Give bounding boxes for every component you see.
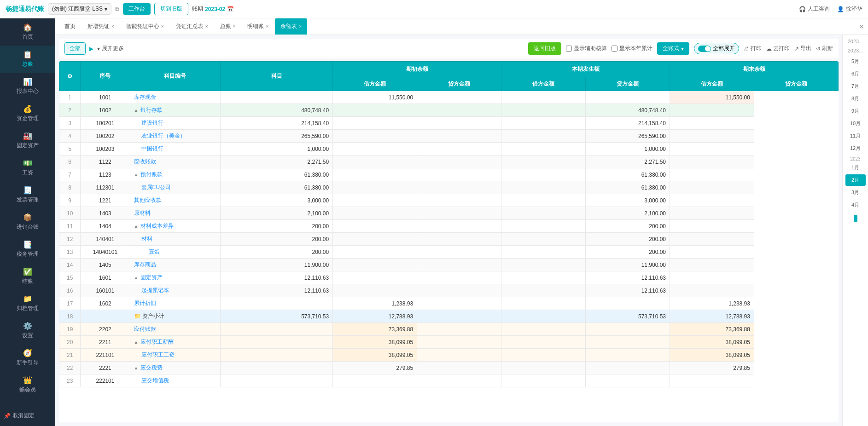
sidebar-item-invoice[interactable]: 🧾 发票管理: [0, 181, 55, 208]
month-8[interactable]: 8月: [845, 93, 866, 104]
row-subject[interactable]: 原材料: [130, 207, 221, 220]
row-subject[interactable]: ▲ 应交税费: [130, 362, 221, 374]
tab-new-voucher-close[interactable]: ×: [111, 24, 114, 29]
row-subject[interactable]: 起提累记本: [130, 284, 221, 297]
sidebar-item-reports[interactable]: 📊 报表中心: [0, 73, 55, 100]
expand-icon[interactable]: ▲: [134, 224, 140, 229]
month-1[interactable]: 1月: [845, 162, 866, 173]
subject-link[interactable]: 材料成本差异: [140, 223, 174, 229]
balance-table-wrapper[interactable]: ⚙ 序号 科目编号 科目 期初余额 本期发生额 期末余额 借方金额 贷方金额: [59, 61, 839, 422]
tab-general-ledger-close[interactable]: ×: [233, 24, 236, 29]
export-button[interactable]: ↗ 导出: [794, 45, 811, 52]
subject-link[interactable]: 库存现金: [134, 94, 156, 100]
sidebar-item-ledger[interactable]: 📋 总账: [0, 46, 55, 73]
row-subject[interactable]: 累计折旧: [130, 297, 221, 310]
tab-voucher-summary[interactable]: 凭证汇总表 ×: [170, 18, 214, 35]
filter-arrow-icon[interactable]: ▶: [89, 46, 93, 52]
row-subject[interactable]: 其他应收款: [130, 194, 221, 207]
row-subject[interactable]: ▲ 预付账款: [130, 168, 221, 181]
subject-link[interactable]: 农业银行（美金）: [141, 132, 186, 139]
subject-link[interactable]: 起提累记本: [141, 287, 169, 294]
expand-icon[interactable]: ▲: [134, 365, 140, 370]
subject-link[interactable]: 嘉属EU公司: [141, 184, 171, 190]
subject-link[interactable]: 银行存款: [140, 107, 163, 113]
show-annual-checkbox[interactable]: 显示本年累计: [612, 45, 652, 52]
month-12[interactable]: 12月: [845, 143, 866, 154]
tab-balance[interactable]: 余额表 ×: [275, 18, 307, 35]
sidebar-item-member[interactable]: 👑 畅会员: [0, 371, 55, 398]
expand-icon[interactable]: ▲: [134, 172, 140, 177]
subject-link[interactable]: 预付账款: [140, 171, 163, 178]
row-subject[interactable]: 嘉属EU公司: [130, 181, 221, 194]
expand-icon[interactable]: ▲: [134, 275, 140, 280]
row-subject[interactable]: ▲ 材料成本差异: [130, 220, 221, 233]
subject-link[interactable]: 应交增值税: [141, 377, 169, 384]
subject-link[interactable]: 壹蛋: [149, 248, 160, 255]
subject-link[interactable]: 应付账款: [134, 326, 156, 332]
show-auxiliary-checkbox[interactable]: 显示辅助核算: [566, 45, 607, 52]
auxiliary-checkbox-input[interactable]: [566, 46, 572, 52]
sidebar-item-assets[interactable]: 🏭 固定资产: [0, 127, 55, 154]
tab-balance-close[interactable]: ×: [299, 24, 302, 29]
sidebar-item-archive[interactable]: 📁 归档管理: [0, 290, 55, 317]
unpin-button[interactable]: 📌 取消固定: [0, 409, 55, 422]
subject-link[interactable]: 中国银行: [141, 145, 163, 152]
row-subject[interactable]: 材料: [130, 233, 221, 246]
subject-link[interactable]: 固定资产: [140, 274, 163, 281]
expand-more-button[interactable]: ▾ 展开更多: [97, 45, 124, 52]
row-subject[interactable]: 建设银行: [130, 117, 221, 130]
sidebar-item-guide[interactable]: 🧭 新手引导: [0, 344, 55, 371]
format-button[interactable]: 全账式 ▾: [657, 42, 689, 55]
cloud-print-button[interactable]: ☁ 云打印: [766, 45, 790, 52]
row-subject[interactable]: 应收账款: [130, 155, 221, 168]
user-avatar[interactable]: 👤 徐泽华: [837, 5, 862, 13]
tab-voucher-summary-close[interactable]: ×: [205, 24, 208, 29]
company-selector[interactable]: (勿删) 江西股堂-LSS ▾: [48, 3, 111, 15]
workbench-button[interactable]: 工作台: [123, 3, 151, 15]
switch-version-button[interactable]: 切到旧版: [154, 3, 188, 15]
tab-home[interactable]: 首页: [59, 18, 81, 35]
subject-link[interactable]: 库存商品: [134, 261, 156, 268]
sidebar-item-tax[interactable]: 📑 税务管理: [0, 236, 55, 263]
annual-checkbox-input[interactable]: [612, 46, 618, 52]
settings-header[interactable]: ⚙: [59, 62, 81, 91]
calendar-icon[interactable]: 📅: [227, 6, 234, 12]
month-4[interactable]: 4月: [845, 199, 866, 211]
sidebar-item-settings[interactable]: ⚙️ 设置: [0, 317, 55, 344]
row-subject[interactable]: 中国银行: [130, 143, 221, 155]
return-old-version-button[interactable]: 返回旧版: [528, 42, 561, 55]
filter-all-button[interactable]: 全部: [64, 42, 86, 55]
refresh-button[interactable]: ↺ 刷新: [816, 45, 833, 52]
tab-bar-close-button[interactable]: ✕: [859, 23, 864, 30]
expand-all-toggle[interactable]: 全部展开: [694, 43, 739, 54]
month-2[interactable]: 2月: [845, 174, 866, 186]
scroll-indicator[interactable]: [854, 215, 857, 222]
row-subject[interactable]: ▲ 应付职工薪酬: [130, 336, 221, 349]
tab-detail-ledger[interactable]: 明细账 ×: [242, 18, 274, 35]
row-subject[interactable]: 应付职工工资: [130, 349, 221, 362]
subject-link[interactable]: 材料: [141, 236, 152, 242]
row-subject[interactable]: ▲ 银行存款: [130, 104, 221, 117]
tab-general-ledger[interactable]: 总账 ×: [215, 18, 241, 35]
print-button[interactable]: 🖨 打印: [744, 45, 762, 52]
subject-link[interactable]: 建设银行: [141, 120, 163, 126]
subject-link[interactable]: 累计折旧: [134, 300, 156, 306]
subject-link[interactable]: 应付职工工资: [141, 351, 175, 358]
month-11[interactable]: 11月: [845, 130, 866, 142]
subject-link[interactable]: 原材料: [134, 210, 151, 216]
row-subject[interactable]: 应交增值税: [130, 374, 221, 387]
month-10[interactable]: 10月: [845, 118, 866, 129]
row-subject[interactable]: 应付账款: [130, 323, 221, 336]
subject-link[interactable]: 应收账款: [134, 158, 156, 165]
row-subject[interactable]: ▲ 固定资产: [130, 271, 221, 284]
ai-consult-button[interactable]: 🎧 人工咨询: [799, 5, 830, 13]
subject-link[interactable]: 应交税费: [140, 364, 163, 371]
month-7[interactable]: 7月: [845, 81, 866, 92]
expand-icon[interactable]: ▲: [134, 340, 140, 345]
tab-detail-ledger-close[interactable]: ×: [266, 24, 268, 29]
tab-smart-voucher[interactable]: 智能凭证中心 ×: [121, 18, 169, 35]
row-subject[interactable]: 农业银行（美金）: [130, 130, 221, 143]
month-6[interactable]: 6月: [845, 68, 866, 80]
month-5[interactable]: 5月: [845, 56, 866, 67]
subject-link[interactable]: 应付职工薪酬: [140, 339, 174, 345]
